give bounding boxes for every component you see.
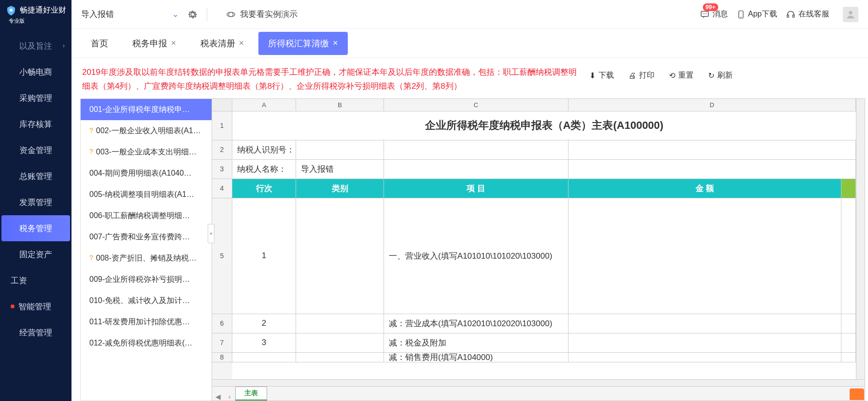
cell[interactable]: 纳税人识别号： bbox=[232, 140, 296, 159]
cell[interactable] bbox=[841, 314, 856, 333]
cell[interactable] bbox=[569, 160, 856, 179]
report-item[interactable]: 011-研发费用加计扣除优惠… bbox=[81, 311, 212, 332]
close-icon[interactable]: × bbox=[171, 38, 176, 48]
cell[interactable]: 导入报错 bbox=[296, 160, 384, 179]
report-item[interactable]: 004-期间费用明细表(A1040… bbox=[81, 163, 212, 184]
gear-icon[interactable] bbox=[187, 9, 198, 20]
vertical-scrollbar[interactable] bbox=[856, 111, 865, 379]
cell[interactable] bbox=[569, 198, 841, 314]
cell[interactable] bbox=[384, 140, 569, 159]
tab-home[interactable]: 首页 bbox=[81, 31, 118, 56]
cell[interactable] bbox=[569, 314, 841, 333]
vertical-scrollbar[interactable] bbox=[856, 99, 865, 111]
cell[interactable] bbox=[841, 333, 856, 352]
report-item[interactable]: 006-职工薪酬纳税调整明细… bbox=[81, 205, 212, 226]
cell[interactable] bbox=[232, 353, 296, 362]
row-header[interactable]: 3 bbox=[212, 160, 232, 179]
cell[interactable]: 一、营业收入(填写A101010\101020\103000) bbox=[384, 198, 569, 314]
sheet-nav-prev[interactable]: ‹ bbox=[224, 393, 235, 401]
cell[interactable] bbox=[569, 353, 841, 362]
cell[interactable] bbox=[841, 353, 856, 362]
report-item[interactable]: ?002-一般企业收入明细表(A1… bbox=[81, 120, 212, 141]
sidebar-item-truncated[interactable]: 以及旨注› bbox=[0, 33, 71, 59]
cell[interactable] bbox=[296, 140, 384, 159]
col-header[interactable]: C bbox=[384, 99, 569, 111]
sidebar-item-smart[interactable]: 智能管理 bbox=[0, 293, 71, 319]
cell[interactable]: 2 bbox=[232, 314, 296, 333]
download-button[interactable]: ⬇下载 bbox=[589, 70, 614, 81]
cell[interactable] bbox=[569, 333, 841, 352]
row-header[interactable]: 1 bbox=[212, 111, 232, 140]
cell[interactable]: 减：销售费用(填写A104000) bbox=[384, 353, 569, 362]
sidebar-item-ledger[interactable]: 总账管理 bbox=[0, 163, 71, 189]
horizontal-scrollbar[interactable] bbox=[212, 379, 865, 386]
support-button[interactable]: 在线客服 bbox=[786, 9, 829, 19]
demo-link[interactable]: 我要看实例演示 bbox=[226, 9, 298, 20]
org-selector[interactable]: 导入报错 ⌄ bbox=[81, 9, 179, 20]
row-header[interactable]: 2 bbox=[212, 140, 232, 160]
headset-icon bbox=[786, 10, 796, 19]
sidebar-item-purchase[interactable]: 采购管理 bbox=[0, 85, 71, 111]
sidebar-item-ecommerce[interactable]: 小畅电商 bbox=[0, 59, 71, 85]
cell-header[interactable]: 金 额 bbox=[569, 179, 841, 198]
report-item[interactable]: 009-企业所得税弥补亏损明… bbox=[81, 269, 212, 290]
row-header[interactable]: 6 bbox=[212, 314, 232, 333]
sidebar-item-tax[interactable]: 税务管理 bbox=[1, 215, 70, 241]
sheet-nav-first[interactable]: ◀ bbox=[212, 393, 224, 401]
close-icon[interactable]: × bbox=[333, 38, 338, 48]
reset-button[interactable]: ⟲重置 bbox=[669, 70, 694, 81]
col-header[interactable]: D bbox=[569, 99, 856, 111]
question-icon: ? bbox=[89, 253, 93, 263]
cell[interactable]: 减：税金及附加 bbox=[384, 333, 569, 352]
report-item[interactable]: 007-广告费和业务宣传费跨… bbox=[81, 226, 212, 248]
report-item[interactable]: 012-减免所得税优惠明细表(… bbox=[81, 332, 212, 354]
report-item[interactable]: 001-企业所得税年度纳税申… bbox=[81, 99, 212, 120]
sidebar-item-assets[interactable]: 固定资产 bbox=[0, 241, 71, 267]
cell[interactable] bbox=[841, 198, 856, 314]
cell[interactable] bbox=[384, 160, 569, 179]
floating-action-icon[interactable] bbox=[850, 388, 864, 400]
sheet-tab[interactable]: 主表 bbox=[235, 387, 267, 401]
sheet-title[interactable]: 企业所得税年度纳税申报表（A类）主表(A100000) bbox=[232, 111, 856, 140]
cell[interactable] bbox=[296, 333, 384, 352]
cell[interactable] bbox=[569, 140, 856, 159]
cell[interactable]: 减：营业成本(填写A102010\102020\103000) bbox=[384, 314, 569, 333]
row-header[interactable]: 7 bbox=[212, 333, 232, 353]
cell[interactable] bbox=[296, 314, 384, 333]
refresh-button[interactable]: ↻刷新 bbox=[708, 70, 733, 81]
row-header[interactable]: 4 bbox=[212, 179, 232, 198]
tab-tax-list[interactable]: 税表清册× bbox=[191, 31, 254, 56]
report-item[interactable]: 010-免税、减计收入及加计… bbox=[81, 290, 212, 311]
row-header[interactable]: 8 bbox=[212, 353, 232, 362]
collapse-handle[interactable]: « bbox=[208, 224, 214, 243]
cell-header[interactable]: 类别 bbox=[296, 179, 384, 198]
tab-income-tax[interactable]: 所得税汇算清缴× bbox=[258, 32, 348, 55]
cell-header[interactable] bbox=[841, 179, 856, 198]
sidebar-item-business[interactable]: 经营管理 bbox=[0, 319, 71, 346]
svg-point-6 bbox=[706, 13, 707, 14]
sidebar-item-invoice[interactable]: 发票管理 bbox=[0, 189, 71, 215]
sidebar-item-funds[interactable]: 资金管理 bbox=[0, 137, 71, 163]
tab-tax-declare[interactable]: 税务申报× bbox=[123, 31, 186, 56]
cell[interactable] bbox=[296, 353, 384, 362]
select-all-cell[interactable] bbox=[212, 99, 232, 111]
sidebar-item-inventory[interactable]: 库存核算 bbox=[0, 111, 71, 137]
messages-button[interactable]: 99+ 消息 bbox=[700, 9, 728, 19]
cell[interactable] bbox=[296, 198, 384, 314]
col-header[interactable]: B bbox=[296, 99, 384, 111]
print-button[interactable]: 🖨打印 bbox=[628, 70, 655, 81]
report-item[interactable]: 005-纳税调整项目明细表(A1… bbox=[81, 184, 212, 205]
cell[interactable]: 1 bbox=[232, 198, 296, 314]
app-download-button[interactable]: App下载 bbox=[737, 9, 777, 19]
col-header[interactable]: A bbox=[232, 99, 296, 111]
cell[interactable]: 3 bbox=[232, 333, 296, 352]
sidebar-item-salary[interactable]: 工资 bbox=[0, 267, 71, 293]
avatar[interactable] bbox=[843, 7, 858, 22]
report-item[interactable]: ?008-资产折旧、摊销及纳税… bbox=[81, 248, 212, 269]
close-icon[interactable]: × bbox=[239, 38, 244, 48]
cell-header[interactable]: 项 目 bbox=[384, 179, 569, 198]
cell-header[interactable]: 行次 bbox=[232, 179, 296, 198]
cell[interactable]: 纳税人名称： bbox=[232, 160, 296, 179]
row-header[interactable]: 5 bbox=[212, 198, 232, 314]
report-item[interactable]: ?003-一般企业成本支出明细… bbox=[81, 141, 212, 163]
